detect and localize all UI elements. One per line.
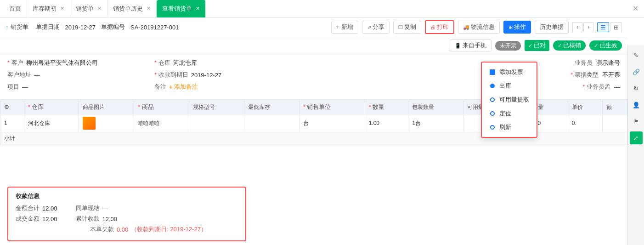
project-value: — [22,84,28,91]
sidebar-edit-button[interactable]: ✎ [630,49,643,62]
customer-value: 柳州粤港平安气体有限公司 [26,59,98,67]
due-date-hint: （收款到期日: 2019-12-27） [131,225,207,234]
sidebar-link-button[interactable]: 🔗 [630,65,643,78]
copy-button[interactable]: ❐ 复制 [393,21,421,34]
dropdown-item-invoice[interactable]: 添加发票 [482,65,537,79]
invoice-icon [489,69,496,75]
doc-type-icon: ↑ [6,24,9,31]
new-button[interactable]: + 新增 [331,21,358,34]
cell-warehouse: 河北仓库 [24,114,79,132]
project-field: 项目 — [7,83,154,91]
cell-index: 1 [0,114,24,132]
dropdown-item-outbound[interactable]: 出库 [482,79,537,93]
ticket-type-field: 票据类型 不开票 [571,71,620,79]
customer-label: 客户 [7,59,23,67]
close-tab-history[interactable]: ✕ [147,6,151,11]
from-mobile-button[interactable]: 📱 来自手机 [450,40,491,51]
next-button[interactable]: › [583,22,593,32]
staff-field: 业务员 演示账号 [575,59,620,67]
dropdown-item-locate[interactable]: 定位 [482,107,537,120]
cell-product: 嘻嘻嘻嘻 [134,114,189,132]
warehouse-label: 仓库 [154,59,170,67]
sidebar-refresh-button[interactable]: ↻ [630,82,643,95]
transaction-field: 成交金额 12.00 [16,215,57,223]
doc-meta: 单据日期 2019-12-27 单据编号 SA-20191227-001 [36,23,179,31]
product-image [83,117,96,130]
history-button[interactable]: 历史单据 [535,21,569,34]
add-note-button[interactable]: 添加备注 [169,83,198,91]
balance-label: 本单欠款 [90,225,114,234]
tab-view-sales[interactable]: 查看销货单 ✕ [157,0,206,17]
sidebar-flag-button[interactable]: ⚑ [630,115,643,128]
cumulative-field: 累计收款 12.00 [76,215,118,223]
list-view-button[interactable]: ☰ [597,22,609,32]
sidebar-user-button[interactable]: 👤 [630,98,643,111]
tab-sales-history[interactable]: 销货单历史 ✕ [107,0,157,17]
nav-arrows: ‹ › [572,22,593,32]
tab-inventory[interactable]: 库存期初 ✕ [27,0,70,17]
staff-value: 演示账号 [596,59,620,67]
project-label: 项目 [7,83,19,91]
col-settings[interactable]: ⚙ [0,100,24,114]
col-unit: * 销售单位 [299,100,365,114]
cell-min-stock [244,114,299,132]
payment-title: 收款信息 [16,192,238,200]
sidebar-expand-button[interactable]: ⤢ [630,131,643,144]
view-buttons: ☰ ⊞ [597,22,622,32]
address-label: 客户地址 [7,71,31,79]
bottom-section: 收款信息 金额合计 12.00 同单现结 — 成交金额 12.00 [0,183,627,245]
prev-button[interactable]: ‹ [572,22,582,32]
number-value: SA-20191227-001 [130,24,179,31]
col-image: 商品图片 [79,100,134,114]
share-button[interactable]: ↗ 分享 [362,21,390,34]
balance-field: 本单欠款 0.00 （收款到期日: 2019-12-27） [90,225,207,234]
logistics-button[interactable]: 🚚 物流信息 [458,21,500,34]
refresh-menu-icon [489,124,496,131]
salesperson-value: — [614,84,620,91]
doc-type-label: 销货单 [11,23,28,31]
dropdown-item-available[interactable]: 可用量提取 [482,93,537,107]
cumulative-value: 12.00 [102,216,118,222]
cell-amount [603,114,627,132]
locate-icon [489,110,496,117]
number-label: 单据编号 [101,23,125,31]
tab-home[interactable]: 首页 [4,0,27,17]
checked-badge: ✓ 已对 [525,40,549,51]
grid-view-button[interactable]: ⊞ [610,22,622,32]
date-label: 单据日期 [36,23,60,31]
close-tab-sales[interactable]: ✕ [97,6,102,11]
doc-header: ↑ 销货单 单据日期 2019-12-27 单据编号 SA-20191227-0… [0,17,627,37]
voided-badge: ✓ 已核销 [553,40,586,51]
col-pack-qty: 包装数量 [408,100,463,114]
note-label: 备注 [154,83,166,91]
warehouse-field: 仓库 河北仓库 [154,59,301,67]
close-tab-inventory[interactable]: ✕ [60,6,64,11]
due-date-field: 收款到期日 2019-12-27 [154,71,301,79]
dropdown-item-refresh[interactable]: 刷新 [482,120,537,134]
col-amount: 额 [603,100,627,114]
staff-label: 业务员 [575,59,593,67]
salesperson-field: 业务员孟 — [582,83,620,91]
tab-sales[interactable]: 销货单 ✕ [70,0,107,17]
operations-button[interactable]: ⊞ 操作 [503,21,531,34]
ticket-type-value: 不开票 [602,71,620,79]
doc-type: ↑ 销货单 [6,23,28,31]
due-date-label: 收款到期日 [154,71,188,79]
operations-dropdown: 添加发票 出库 可用量提取 定位 刷新 [481,62,537,138]
unopened-badge: 未开票 [495,41,521,51]
ticket-type-label: 票据类型 [571,71,599,79]
close-tab-view[interactable]: ✕ [196,6,200,11]
payment-row-3: 本单欠款 0.00 （收款到期日: 2019-12-27） [16,225,238,234]
doc-actions: + 新增 ↗ 分享 ❐ 复制 🖨 打印 🚚 物流信息 [331,20,622,34]
address-field: 客户地址 — [7,71,154,79]
col-min-stock: 最低库存 [244,100,299,114]
cell-pack-qty: 1台 [408,114,463,132]
col-product: * 商品 [134,100,189,114]
right-sidebar: ✎ 🔗 ↻ 👤 ⚑ ⤢ [627,45,644,245]
payment-info: 收款信息 金额合计 12.00 同单现结 — 成交金额 12.00 [7,187,246,241]
salesperson-label: 业务员孟 [582,83,610,91]
window-close-button[interactable]: ✕ [631,2,640,15]
outbound-icon [489,83,496,89]
cell-quantity: 1.00 [365,114,408,132]
print-button[interactable]: 🖨 打印 [425,20,454,34]
